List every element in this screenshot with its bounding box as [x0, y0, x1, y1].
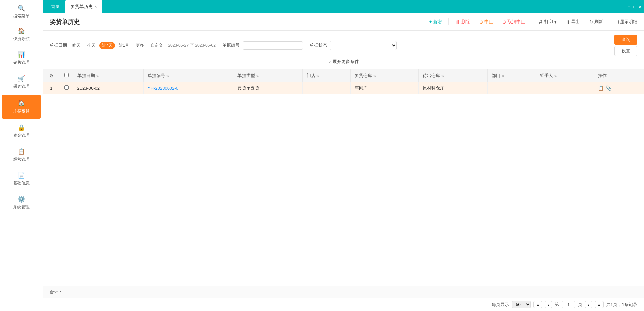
delete-button[interactable]: 🗑 删除	[453, 17, 473, 26]
sidebar-item-quick-nav[interactable]: 🏠 快捷导航	[0, 23, 43, 46]
th-pending-warehouse[interactable]: 待出仓库 ⇅	[419, 69, 488, 82]
date-btn-more[interactable]: 更多	[133, 42, 147, 49]
sidebar-item-operations-label: 经营管理	[13, 157, 30, 162]
main-area: 首页 要货单历史 × － □ × 要货单历史 + 新增 🗑 删除	[43, 0, 644, 311]
show-detail-input[interactable]	[614, 20, 619, 24]
show-detail-label: 显示明细	[620, 19, 637, 25]
th-req-warehouse[interactable]: 要货仓库 ⇅	[351, 69, 419, 82]
th-settings[interactable]: ⚙	[43, 69, 60, 82]
cell-operations: 📋 📎	[594, 82, 644, 94]
stop-label: 中止	[484, 19, 493, 25]
setting-button[interactable]: 设置	[614, 46, 637, 56]
home-icon: 🏠	[18, 27, 25, 35]
date-btn-last-month[interactable]: 近1月	[116, 42, 132, 49]
doc-no-label: 单据编号	[222, 42, 240, 48]
page-input[interactable]	[562, 301, 575, 308]
sidebar-item-system[interactable]: ⚙️ 系统管理	[0, 191, 43, 215]
table-header-row: ⚙ 单据日期 ⇅ 单据编号 ⇅ 单据类型	[43, 69, 644, 82]
cancel-stop-label: 取消中止	[507, 19, 525, 25]
date-range-display: 2023-05-27 至 2023-06-02	[168, 43, 215, 48]
doc-no-filter-group: 单据编号	[222, 41, 303, 50]
close-btn[interactable]: ×	[639, 4, 641, 9]
sidebar-item-operations[interactable]: 📋 经营管理	[0, 143, 43, 167]
export-label: 导出	[571, 19, 580, 25]
sidebar-item-search-menu[interactable]: 🔍 搜索菜单	[0, 0, 43, 23]
row-num: 1	[43, 82, 60, 94]
summary-label: 合计：	[50, 289, 63, 294]
sidebar-item-system-label: 系统管理	[13, 204, 30, 210]
th-doc-type[interactable]: 单据类型 ⇅	[233, 69, 302, 82]
tab-close-icon[interactable]: ×	[95, 5, 97, 9]
th-department[interactable]: 部门 ⇅	[488, 69, 536, 82]
minimize-btn[interactable]: －	[627, 4, 631, 10]
th-doc-no[interactable]: 单据编号 ⇅	[144, 69, 233, 82]
row-op-view-btn[interactable]: 📋	[598, 85, 604, 91]
sidebar-item-sales[interactable]: 📊 销售管理	[0, 46, 43, 70]
row-operations: 📋 📎	[598, 85, 640, 91]
row-checkbox-cell	[60, 82, 73, 94]
th-checkbox	[60, 69, 73, 82]
row-op-more-btn[interactable]: 📎	[606, 85, 611, 91]
sort-doc-no-icon: ⇅	[166, 74, 169, 78]
stop-icon: ⊙	[479, 19, 483, 25]
date-btn-yesterday[interactable]: 昨天	[70, 42, 83, 49]
tab-home[interactable]: 首页	[46, 0, 65, 13]
sidebar: 🔍 搜索菜单 🏠 快捷导航 📊 销售管理 🛒 采购管理 🏠 库存核算 🔒 资金管…	[0, 0, 43, 311]
next-page-btn[interactable]: ›	[585, 301, 592, 308]
doc-no-input[interactable]	[243, 41, 303, 50]
stop-button[interactable]: ⊙ 中止	[477, 17, 496, 26]
divider-3	[610, 18, 610, 25]
cancel-stop-button[interactable]: ⊙ 取消中止	[500, 17, 528, 26]
new-button[interactable]: + 新增	[427, 17, 444, 26]
content: 要货单历史 + 新增 🗑 删除 ⊙ 中止 ⊙ 取消中止	[43, 13, 644, 311]
export-button[interactable]: ⬆ 导出	[564, 17, 583, 26]
new-label: + 新增	[429, 19, 442, 25]
refresh-button[interactable]: ↻ 刷新	[587, 17, 606, 26]
show-detail-checkbox[interactable]: 显示明细	[614, 19, 637, 25]
search-icon: 🔍	[18, 5, 25, 12]
th-doc-date[interactable]: 单据日期 ⇅	[73, 69, 144, 82]
date-btn-last7days[interactable]: 近7天	[99, 42, 115, 49]
doc-status-filter-group: 单据状态	[310, 41, 397, 50]
sidebar-item-search-label: 搜索菜单	[13, 13, 30, 19]
filter-area: 单据日期 昨天 今天 近7天 近1月 更多 自定义 2023-05-27 至 2…	[43, 31, 644, 69]
doc-status-select[interactable]	[330, 41, 397, 50]
th-handler[interactable]: 经手人 ⇅	[536, 69, 594, 82]
sidebar-item-finance-label: 资金管理	[13, 133, 30, 138]
cell-doc-no: YH-20230602-0	[144, 82, 233, 94]
th-store[interactable]: 门店 ⇅	[302, 69, 350, 82]
first-page-btn[interactable]: «	[533, 301, 542, 308]
toolbar: + 新增 🗑 删除 ⊙ 中止 ⊙ 取消中止 🖨 打印	[427, 17, 637, 26]
select-all-checkbox[interactable]	[64, 73, 69, 77]
gear-icon: ⚙️	[18, 195, 25, 203]
sidebar-item-basic-label: 基础信息	[13, 180, 30, 186]
table-body: 1 2023-06-02 YH-20230602-0 要货单要货 车间库 原材料…	[43, 82, 644, 94]
sidebar-item-sales-label: 销售管理	[13, 60, 30, 65]
sidebar-item-purchase-label: 采购管理	[13, 84, 30, 89]
expand-more-btn[interactable]: ∨ 展开更多条件	[50, 59, 637, 65]
maximize-btn[interactable]: □	[634, 4, 636, 9]
sidebar-item-finance[interactable]: 🔒 资金管理	[0, 119, 43, 143]
expand-more-label: 展开更多条件	[333, 59, 359, 65]
sort-doc-date-icon: ⇅	[96, 74, 99, 78]
footer-summary: 合计：	[43, 286, 644, 298]
print-button[interactable]: 🖨 打印 ▾	[536, 17, 559, 26]
refresh-label: 刷新	[594, 19, 603, 25]
last-page-btn[interactable]: »	[595, 301, 603, 308]
date-btn-custom[interactable]: 自定义	[148, 42, 165, 49]
sidebar-item-purchase[interactable]: 🛒 采购管理	[0, 70, 43, 94]
th-operations: 操作	[594, 69, 644, 82]
cell-store	[302, 82, 350, 94]
inventory-icon: 🏠	[18, 99, 25, 107]
date-btn-today[interactable]: 今天	[85, 42, 98, 49]
tab-requisition-history[interactable]: 要货单历史 ×	[65, 0, 102, 13]
row-checkbox[interactable]	[64, 85, 69, 90]
doc-no-link[interactable]: YH-20230602-0	[148, 86, 178, 91]
sidebar-item-basic-info[interactable]: 📄 基础信息	[0, 167, 43, 191]
page-size-select[interactable]: 50 10 20 100	[512, 301, 531, 308]
sidebar-item-inventory[interactable]: 🏠 库存核算	[2, 95, 41, 119]
query-button[interactable]: 查询	[614, 35, 637, 45]
tab-home-label: 首页	[51, 4, 60, 10]
divider-2	[532, 18, 532, 25]
prev-page-btn[interactable]: ‹	[545, 301, 552, 308]
